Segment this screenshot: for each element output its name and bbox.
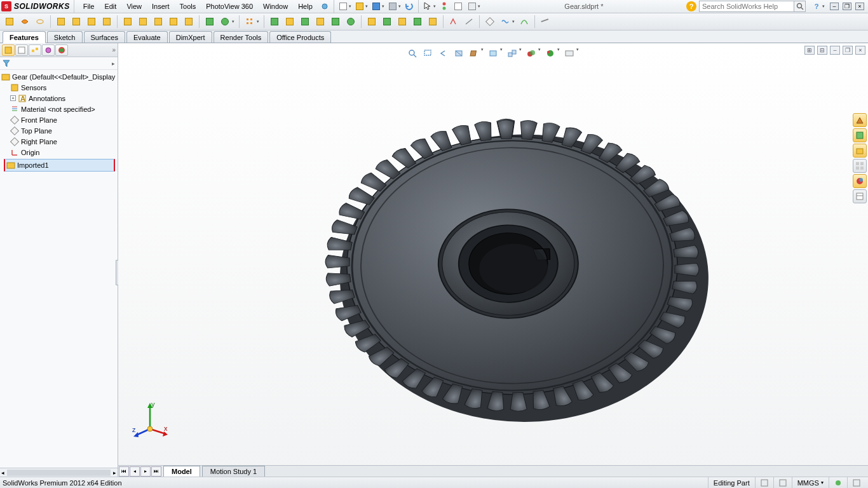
menu-photoview[interactable]: PhotoView 360: [201, 1, 258, 12]
tb-icon-25[interactable]: [410, 15, 424, 29]
options-dropdown[interactable]: [478, 4, 482, 9]
new-doc-icon[interactable]: [336, 0, 350, 13]
save-icon[interactable]: [369, 0, 383, 13]
tb-icon-14[interactable]: [218, 15, 232, 29]
tb-icon-20[interactable]: [329, 15, 342, 29]
status-icon-4[interactable]: [847, 477, 865, 488]
tree-item-imported-highlighted[interactable]: Imported1: [4, 159, 115, 172]
tree-root[interactable]: Gear (Default<<Default>_Display: [0, 71, 118, 82]
fm-tab-tree[interactable]: [2, 44, 15, 56]
save-dropdown[interactable]: [382, 4, 386, 9]
help-dropdown[interactable]: ?: [810, 0, 824, 13]
tb-icon-24[interactable]: [395, 15, 409, 29]
vp-minimize[interactable]: –: [830, 46, 840, 55]
fm-tab-dimxpert[interactable]: [42, 44, 55, 56]
tb-icon-4[interactable]: [54, 15, 68, 29]
tb-icon-17[interactable]: [283, 15, 297, 29]
traffic-icon[interactable]: [437, 0, 451, 13]
taskpane-library-icon[interactable]: [853, 128, 867, 142]
tb-icon-7[interactable]: [100, 15, 114, 29]
taskpane-view-palette-icon[interactable]: [853, 159, 867, 173]
tb-icon-12[interactable]: [182, 15, 196, 29]
tab-dimxpert[interactable]: DimXpert: [169, 31, 212, 43]
tb-icon-3[interactable]: [33, 15, 47, 29]
tree-item-front-plane[interactable]: Front Plane: [0, 114, 118, 125]
tb-icon-18[interactable]: [298, 15, 312, 29]
select-icon[interactable]: [421, 0, 435, 13]
menu-window[interactable]: Window: [258, 1, 293, 12]
undo-icon[interactable]: [402, 0, 416, 13]
vp-restore[interactable]: ❐: [843, 46, 853, 55]
tb-icon-19[interactable]: [313, 15, 327, 29]
tb-icon-22[interactable]: [365, 15, 379, 29]
new-doc-dropdown[interactable]: [349, 4, 353, 9]
open-doc-dropdown[interactable]: [365, 4, 369, 9]
tab-surfaces[interactable]: Surfaces: [84, 31, 125, 43]
tab-nav-last[interactable]: ⏭: [151, 466, 161, 477]
orientation-triad[interactable]: y x z: [131, 400, 169, 438]
tab-officeproducts[interactable]: Office Products: [269, 31, 331, 43]
tb-icon-28[interactable]: [462, 15, 476, 29]
fm-tab-render[interactable]: [55, 44, 68, 56]
tb-icon-9[interactable]: [136, 15, 150, 29]
tree-item-origin[interactable]: Origin: [0, 147, 118, 158]
select-dropdown[interactable]: [433, 4, 437, 9]
tab-features[interactable]: Features: [3, 31, 46, 43]
status-units[interactable]: MMGS ▾: [792, 477, 829, 488]
tab-nav-first[interactable]: ⏮: [119, 466, 129, 477]
taskpane-custom-props-icon[interactable]: [853, 189, 867, 203]
expand-icon[interactable]: +: [10, 95, 16, 101]
tb-icon-21[interactable]: [344, 15, 358, 29]
tb-icon-15[interactable]: [243, 15, 257, 29]
print-icon[interactable]: [386, 0, 400, 13]
taskpane-resources-icon[interactable]: [853, 113, 867, 127]
bottom-tab-motion-study[interactable]: Motion Study 1: [202, 466, 265, 477]
fm-expand-icon[interactable]: »: [112, 46, 116, 53]
print-dropdown[interactable]: [398, 4, 402, 9]
tb-icon-16[interactable]: [268, 15, 281, 29]
tab-rendertools[interactable]: Render Tools: [214, 31, 269, 43]
status-icon-1[interactable]: [755, 477, 773, 488]
restore-button[interactable]: ❐: [843, 3, 851, 10]
options-icon[interactable]: [465, 0, 479, 13]
graphics-viewport[interactable]: ⊞ ⊟ – ❐ ×: [118, 43, 868, 477]
menu-tools[interactable]: Tools: [175, 1, 201, 12]
help-icon[interactable]: ?: [686, 1, 696, 11]
fm-tab-property[interactable]: [15, 44, 28, 56]
pin-icon[interactable]: [318, 0, 332, 13]
tb-icon-2[interactable]: [18, 15, 32, 29]
search-input[interactable]: [699, 1, 794, 12]
tb-icon-31[interactable]: [517, 15, 531, 29]
vp-icon-1[interactable]: ⊞: [804, 46, 815, 55]
filter-icon[interactable]: [3, 60, 10, 67]
rebuild-icon[interactable]: [451, 0, 465, 13]
tb-icon-13[interactable]: [203, 15, 217, 29]
filter-arrow-icon[interactable]: ▸: [112, 60, 115, 67]
tb-icon-23[interactable]: [380, 15, 394, 29]
tb-icon-6[interactable]: [85, 15, 98, 29]
open-doc-icon[interactable]: [353, 0, 367, 13]
tb-drop-30[interactable]: [512, 19, 516, 24]
taskpane-explorer-icon[interactable]: [853, 144, 867, 158]
tree-item-top-plane[interactable]: Top Plane: [0, 125, 118, 136]
feature-tree[interactable]: Gear (Default<<Default>_Display Sensors …: [0, 70, 118, 468]
tab-evaluate[interactable]: Evaluate: [126, 31, 168, 43]
tb-icon-1[interactable]: [3, 15, 17, 29]
tb-icon-30[interactable]: [498, 15, 512, 29]
menu-insert[interactable]: Insert: [147, 1, 175, 12]
close-button[interactable]: ×: [855, 3, 864, 10]
taskpane-appearances-icon[interactable]: [853, 174, 867, 188]
tb-drop-14[interactable]: [232, 19, 236, 24]
tree-scrollbar[interactable]: ◂▸: [0, 468, 118, 477]
menu-file[interactable]: File: [78, 1, 100, 12]
status-icon-2[interactable]: [773, 477, 792, 488]
vp-icon-2[interactable]: ⊟: [817, 46, 827, 55]
tb-icon-27[interactable]: [447, 15, 461, 29]
vp-close[interactable]: ×: [855, 46, 865, 55]
tb-drop-15[interactable]: [257, 19, 261, 24]
tab-nav-next[interactable]: ▸: [140, 466, 151, 477]
menu-help[interactable]: Help: [293, 1, 318, 12]
bottom-tab-model[interactable]: Model: [163, 466, 200, 477]
search-button[interactable]: [794, 1, 806, 12]
fm-tab-config[interactable]: [29, 44, 41, 56]
